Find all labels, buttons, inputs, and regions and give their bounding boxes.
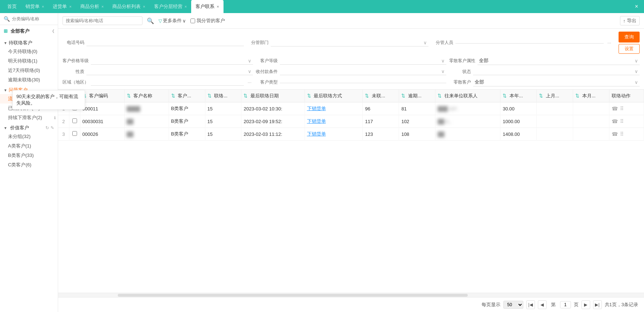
scrollbar-thumb[interactable] (118, 294, 467, 297)
retail-customer-select[interactable]: 全部 ∨ (473, 78, 640, 86)
method-link-1[interactable]: 下销货单 (307, 106, 326, 111)
refresh-icon[interactable]: ↻ (45, 125, 49, 130)
close-tab-product-analysis[interactable]: × (101, 4, 104, 9)
prev-page-button[interactable]: ◀ (538, 300, 547, 309)
sidebar-group-pending[interactable]: ▼ 待联络客户 (0, 37, 58, 47)
sort-icon-date[interactable]: ⇅ (243, 93, 247, 98)
tab-product-analysis[interactable]: 商品分析 × (76, 0, 108, 13)
sidebar-item-ungroup[interactable]: 未分组(32) (0, 132, 58, 141)
cell-lm-3 (537, 128, 573, 141)
sidebar-item-c-class[interactable]: C类客户(6) (0, 160, 58, 170)
col-this-year: ⇅ 本年... (500, 90, 537, 102)
cell-od-1: 81 (399, 102, 435, 115)
sidebar-search-input[interactable] (12, 16, 54, 21)
sidebar-all-customers[interactable]: ⊞ 全部客户 《 (0, 25, 58, 37)
col-overdue: ⇅ 逾期... (399, 90, 435, 102)
sort-icon-type[interactable]: ⇅ (171, 93, 175, 98)
sort-icon-lm[interactable]: ⇅ (539, 93, 543, 98)
tab-customer-layer[interactable]: 客户分层经营 × (150, 0, 191, 13)
sort-icon-method[interactable]: ⇅ (307, 93, 311, 98)
sort-icon-od[interactable]: ⇅ (401, 93, 405, 98)
sort-icon-nc[interactable]: ⇅ (365, 93, 369, 98)
sort-icon-ty[interactable]: ⇅ (503, 93, 507, 98)
sort-icon-contact[interactable]: ⇅ (208, 93, 212, 98)
page-size-select[interactable]: 50 100 200 (503, 301, 523, 309)
filter-field-manager: 分管人员 ··· (431, 40, 613, 46)
payment-select[interactable]: ∨ (280, 68, 446, 75)
customer-type-select[interactable] (280, 81, 446, 83)
filter-field-status: 状态 ∨ (449, 68, 640, 75)
filter-search-input[interactable] (63, 16, 142, 25)
sort-icon-cp[interactable]: ⇅ (438, 93, 442, 98)
manager-more-icon[interactable]: ··· (606, 40, 613, 45)
sidebar-item-b-class[interactable]: B类客户(33) (0, 151, 58, 160)
more-conditions-button[interactable]: ▽ 更多条件 ∨ (158, 17, 186, 24)
cell-code-1: 000011 (80, 102, 124, 115)
more-action-icon-3[interactable]: ⠿ (620, 131, 624, 137)
cell-type-3: B类客户 (169, 128, 205, 141)
cell-lm-2 (537, 115, 573, 128)
more-action-icon-2[interactable]: ⠿ (620, 118, 624, 124)
sidebar-search-icon: 🔍 (4, 16, 10, 22)
sort-icon-tm[interactable]: ⇅ (575, 93, 579, 98)
method-link-3[interactable]: 下销货单 (307, 131, 326, 137)
settings-button[interactable]: 设置 (619, 44, 640, 54)
tab-customer-contact[interactable]: 客户联系 × (191, 0, 223, 13)
cell-method-3: 下销货单 (305, 128, 363, 141)
page-number-input[interactable] (560, 301, 571, 308)
sort-icon-name[interactable]: ⇅ (127, 93, 131, 98)
tab-sales[interactable]: 销货单 × (21, 0, 48, 13)
tab-purchase[interactable]: 进货单 × (48, 0, 76, 13)
more-action-icon-1[interactable]: ⠿ (620, 106, 624, 112)
edit-icon[interactable]: ✎ (51, 125, 54, 130)
col-type: ⇅ 客户... (169, 90, 205, 102)
sidebar-item-overdue[interactable]: 逾期未联络(30) (0, 75, 58, 85)
close-tab-product-list[interactable]: × (143, 4, 145, 9)
region-more-icon[interactable]: ··· (246, 80, 253, 85)
filter-field-price-level: 客户价格等级 ∨ (63, 57, 253, 65)
sidebar-item-tomorrow[interactable]: 明天待联络(1) (0, 56, 58, 66)
next-page-button[interactable]: ▶ (581, 300, 590, 309)
status-select[interactable]: ∨ (473, 68, 640, 75)
contact-icon-1[interactable]: ☎ (612, 106, 618, 112)
tab-home[interactable]: 首页 (3, 0, 21, 13)
department-select[interactable]: ∨ (271, 39, 428, 46)
cell-ty-2: 1000.00 (500, 115, 537, 128)
manager-select[interactable] (455, 42, 604, 44)
close-tab-purchase[interactable]: × (69, 4, 71, 9)
close-tab-sales[interactable]: × (42, 4, 44, 9)
contact-icon-2[interactable]: ☎ (612, 118, 618, 124)
row-checkbox-2[interactable] (72, 118, 77, 123)
horizontal-scrollbar[interactable] (58, 293, 644, 297)
first-page-button[interactable]: |◀ (526, 300, 535, 309)
method-link-2[interactable]: 下销货单 (307, 118, 326, 124)
customer-level-select[interactable]: ∨ (280, 57, 446, 65)
my-customers-check[interactable] (190, 19, 195, 23)
retail-attr-select[interactable]: 全部 ∨ (478, 57, 640, 65)
cell-tm-2 (573, 115, 609, 128)
sidebar-item-declining[interactable]: 持续下滑客户(2) ℹ (0, 113, 58, 122)
region-input[interactable] (91, 79, 244, 86)
filter-field-gender: 性质 ∨ (63, 68, 253, 75)
my-customers-checkbox[interactable]: 我分管的客户 (190, 17, 225, 24)
cell-cp-3: ██ (435, 128, 500, 141)
filter-row-3: 性质 ∨ 收付款条件 ∨ 状态 ∨ (63, 68, 640, 75)
chevron-icon-level: ∨ (441, 58, 445, 64)
price-level-select[interactable]: ∨ (91, 57, 253, 65)
sidebar-item-today[interactable]: 今天待联络(0) (0, 47, 58, 56)
sidebar-group-value[interactable]: ▼ 价值客户 ↻ ✎ (0, 122, 58, 132)
tab-product-list[interactable]: 商品分析列表 × (108, 0, 149, 13)
last-page-button[interactable]: ▶| (593, 300, 602, 309)
export-button[interactable]: ↑ 导出 (620, 16, 640, 25)
close-tab-customer-contact[interactable]: × (217, 4, 219, 9)
row-checkbox-3[interactable] (72, 131, 77, 136)
query-button[interactable]: 查询 (619, 32, 640, 42)
filter-search-button[interactable]: 🔍 (147, 17, 154, 24)
app-close-button[interactable]: × (632, 3, 641, 10)
contact-icon-3[interactable]: ☎ (612, 131, 618, 137)
close-tab-customer-layer[interactable]: × (185, 4, 187, 9)
sidebar-item-7days[interactable]: 近7天待联络(0) (0, 66, 58, 75)
sidebar-item-a-class[interactable]: A类客户(1) (0, 141, 58, 151)
gender-select[interactable]: ∨ (86, 68, 253, 75)
phone-input[interactable] (86, 39, 244, 46)
